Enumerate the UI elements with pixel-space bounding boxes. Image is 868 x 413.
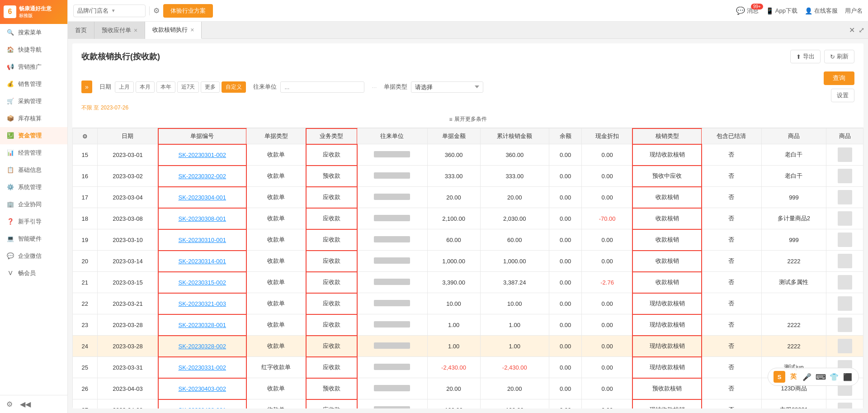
row-doc-type: 收款单 [246,272,306,293]
doc-type-select[interactable]: 请选择 [411,81,483,93]
row-partner [357,229,428,251]
app-download-label: App下载 [775,7,797,15]
row-doc-no-link[interactable]: SK-20230310-001 [179,237,226,243]
online-service-button[interactable]: 👤 在线客服 [805,7,838,15]
floating-grid-icon[interactable]: ⬛ [842,371,853,382]
row-doc-no[interactable]: SK-20230408-001 [158,399,246,409]
row-doc-no-link[interactable]: SK-20230328-001 [179,322,226,328]
row-settled: 20.00 [480,378,549,399]
sidebar-item-hardware[interactable]: 💻 智能硬件 [0,230,67,247]
row-doc-no[interactable]: SK-20230328-002 [158,336,246,357]
sidebar-item-member[interactable]: V 畅会员 [0,265,67,282]
date-btn-上月[interactable]: 上月 [115,81,134,93]
solution-button[interactable]: 体验行业方案 [163,4,213,18]
sidebar-item-search[interactable]: 🔍 搜索菜单 [0,24,67,41]
tab-prepay[interactable]: 预收应付单× [94,22,145,39]
date-btn-本年[interactable]: 本年 [156,81,175,93]
sidebar-item-basic[interactable]: 📋 基础信息 [0,161,67,179]
row-doc-no[interactable]: SK-20230314-001 [158,251,246,272]
sidebar-item-purchase[interactable]: 🛒 采购管理 [0,93,67,110]
sidebar-item-label-finance: 资金管理 [18,132,42,140]
row-amount: 20.00 [427,378,480,399]
row-doc-no[interactable]: SK-20230310-001 [158,229,246,251]
sidebar-item-system[interactable]: ⚙️ 系统管理 [0,179,67,196]
row-date: 2023-03-02 [97,166,158,187]
col-header-0: ⚙ [73,128,98,144]
row-doc-no[interactable]: SK-20230403-002 [158,378,246,399]
row-doc-no-link[interactable]: SK-20230314-001 [179,258,226,265]
messages-button[interactable]: 💬 消息 99+ [736,6,759,15]
settings-button[interactable]: 设置 [831,89,854,102]
row-doc-no[interactable]: SK-20230301-002 [158,144,246,166]
sidebar-item-inventory[interactable]: 📦 库存核算 [0,110,67,127]
row-doc-no-link[interactable]: SK-20230308-001 [179,215,226,222]
row-doc-no-link[interactable]: SK-20230331-002 [179,364,226,371]
row-partner [357,399,428,409]
row-doc-no[interactable]: SK-20230308-001 [158,208,246,229]
date-btn-更多[interactable]: 更多 [201,81,220,93]
row-goods2 [826,399,863,409]
refresh-button[interactable]: ↻ 刷新 [824,50,854,63]
row-doc-no-link[interactable]: SK-20230301-002 [179,152,226,158]
sidebar-item-finance[interactable]: 💹 资金管理 [0,127,67,144]
row-doc-no[interactable]: SK-20230328-001 [158,314,246,336]
expand-conditions-button[interactable]: ≡ 展开更多条件 [449,115,486,123]
sidebar-item-enterprise[interactable]: 🏢 企业协同 [0,196,67,213]
collapse-icon[interactable]: ◀◀ [20,400,31,408]
row-no: 16 [73,166,98,187]
table-row: 232023-03-28SK-20230328-001收款单应收款1.001.0… [73,314,863,336]
floating-shirt-icon[interactable]: 👕 [829,371,840,382]
tab-maximize-button[interactable]: ⤢ [859,26,864,34]
row-doc-no-link[interactable]: SK-20230328-002 [179,343,226,350]
sidebar-item-marketing[interactable]: 📢 营销推广 [0,58,67,76]
row-doc-no[interactable]: SK-20230315-002 [158,272,246,293]
row-doc-no-link[interactable]: SK-20230403-002 [179,385,226,392]
row-doc-no[interactable]: SK-20230321-003 [158,293,246,314]
row-doc-no-link[interactable]: SK-20230408-001 [179,407,226,409]
row-amount: 20.00 [427,187,480,208]
sidebar-item-sales[interactable]: 💰 销售管理 [0,76,67,93]
row-doc-no-link[interactable]: SK-20230304-001 [179,194,226,201]
row-goods2 [826,208,863,229]
sidebar-item-wechat[interactable]: 💬 企业微信 [0,247,67,265]
filter-row: » 日期 上月本月本年近7天更多自定义 往来单位 ··· 单 [81,71,854,102]
row-doc-no-link[interactable]: SK-20230315-002 [179,279,226,286]
sidebar-item-quick-nav[interactable]: 🏠 快捷导航 [0,41,67,58]
floating-mic-icon[interactable]: 🎤 [802,371,812,382]
tab-close-collection[interactable]: × [190,26,194,33]
row-date: 2023-03-21 [97,293,158,314]
sidebar-item-operations[interactable]: 📊 经营管理 [0,144,67,161]
brand-selector[interactable]: 品牌/门店名 ▼ [73,5,146,17]
export-button[interactable]: ⬆ 导出 [790,50,821,63]
floating-text-icon[interactable]: 英 [788,371,799,382]
settings-col-icon[interactable]: ⚙ [82,133,88,140]
date-btn-本月[interactable]: 本月 [136,81,155,93]
row-doc-no[interactable]: SK-20230302-002 [158,166,246,187]
row-included: 否 [702,357,761,378]
row-doc-no-link[interactable]: SK-20230302-002 [179,173,226,180]
date-btn-近7天[interactable]: 近7天 [177,81,199,93]
settings-icon[interactable]: ⚙ [6,400,13,408]
row-goods2 [826,272,863,293]
tab-close-prepay[interactable]: × [134,27,137,34]
tab-home[interactable]: 首页 [68,22,94,39]
row-doc-no-link[interactable]: SK-20230321-003 [179,300,226,307]
row-partner [357,187,428,208]
table-row: 262023-04-03SK-20230403-002收款单预收款20.0020… [73,378,863,399]
tab-collection[interactable]: 收款核销执行× [145,22,202,39]
filter-expand-left-button[interactable]: » [81,81,92,93]
sidebar-logo: 6 畅康通好生意 标推版 [0,0,67,24]
floating-keyboard-icon[interactable]: ⌨ [815,371,826,382]
query-button[interactable]: 查询 [824,71,854,85]
date-btn-custom[interactable]: 自定义 [222,81,246,93]
app-download-button[interactable]: 📱 App下载 [766,7,797,15]
sidebar-item-guide[interactable]: ❓ 新手引导 [0,213,67,230]
col-header-12: 商品 [761,128,826,144]
row-doc-no[interactable]: SK-20230304-001 [158,187,246,208]
row-balance: 0.00 [549,336,582,357]
tab-close-all-button[interactable]: ✕ [849,26,855,34]
row-doc-no[interactable]: SK-20230331-002 [158,357,246,378]
basic-icon: 📋 [6,166,14,174]
partner-input[interactable] [280,81,364,93]
gear-icon[interactable]: ⚙ [153,6,160,15]
